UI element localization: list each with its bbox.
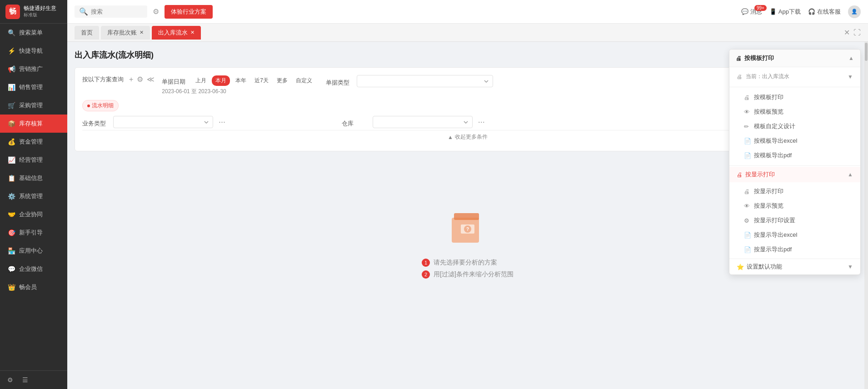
sidebar-item-system[interactable]: ⚙️ 系统管理 xyxy=(0,187,67,205)
dropdown-display-preview-item[interactable]: 👁 按显示预览 xyxy=(729,199,860,213)
operations-nav-icon: 📈 xyxy=(7,156,15,164)
top-header: 🔍 ⚙ 体验行业方案 💬 消息 99+ 📱 App下载 🎧 在线客服 👤 xyxy=(67,0,868,24)
dropdown-display-excel-item[interactable]: 📄 按显示导出excel xyxy=(729,228,860,242)
sidebar-item-finance[interactable]: 💰 资金管理 xyxy=(0,133,67,151)
sidebar-nav: 🔍 搜索菜单 ⚡ 快捷导航 📢 营销推广 📊 销售管理 🛒 采购管理 📦 库存核… xyxy=(0,24,67,370)
tab-flow-close-icon[interactable]: ✕ xyxy=(190,30,195,35)
page-inner: 出入库流水(流水明细) 🖨 按模板打印 ▲ ↑ 导出 ↻ 刷新 xyxy=(67,42,868,389)
sidebar-item-vip-label: 畅会员 xyxy=(19,283,37,291)
dropdown-header-label: 按模板打印 xyxy=(744,54,774,62)
page-header: 出入库流水(流水明细) 🖨 按模板打印 ▲ ↑ 导出 ↻ 刷新 xyxy=(75,49,861,61)
dropdown-display-pdf-item[interactable]: 📄 按显示导出pdf xyxy=(729,242,860,257)
dropdown-set-default-item[interactable]: ⭐ 设置默认功能 ▼ xyxy=(729,259,860,274)
dropdown-template-print-item[interactable]: 🖨 按模板打印 xyxy=(729,90,860,105)
template-design-label: 模板自定义设计 xyxy=(754,122,795,130)
sidebar-item-purchase[interactable]: 🛒 采购管理 xyxy=(0,96,67,115)
svg-text:?: ? xyxy=(466,227,469,232)
app-download-button[interactable]: 📱 App下载 xyxy=(769,8,801,16)
menu-footer-icon[interactable]: ☰ xyxy=(22,376,28,384)
sidebar-item-collab-label: 企业协同 xyxy=(19,210,43,219)
svg-rect-1 xyxy=(454,213,479,220)
sidebar-item-operations[interactable]: 📈 经营管理 xyxy=(0,151,67,169)
dropdown-current-item[interactable]: 🖨 当前：出入库流水 ▼ xyxy=(729,69,860,84)
display-print-icon: 🖨 xyxy=(744,188,750,195)
template-print-label: 按模板打印 xyxy=(754,93,783,101)
dropdown-divider-2 xyxy=(729,165,860,166)
step-2-num: 2 xyxy=(422,270,430,279)
settings-footer-icon[interactable]: ⚙ xyxy=(7,376,13,384)
tab-batch[interactable]: 库存批次账 ✕ xyxy=(101,26,150,40)
dropdown-header: 🖨 按模板打印 ▲ xyxy=(729,50,860,67)
app-logo: 畅 xyxy=(5,5,20,19)
dropdown-display-settings-item[interactable]: ⚙ 按显示打印设置 xyxy=(729,213,860,228)
date-prev-month[interactable]: 上月 xyxy=(193,75,209,86)
sidebar-item-wechat-label: 企业微信 xyxy=(19,265,43,273)
main-content: 🔍 ⚙ 体验行业方案 💬 消息 99+ 📱 App下载 🎧 在线客服 👤 xyxy=(67,0,868,389)
guide-nav-icon: 🎯 xyxy=(7,229,15,236)
template-preview-label: 按模板预览 xyxy=(754,108,783,116)
template-excel-label: 按模板导出excel xyxy=(754,137,797,145)
dropdown-display-print-group[interactable]: 🖨 按显示打印 ▲ xyxy=(729,167,860,182)
warehouse-more-icon[interactable]: ··· xyxy=(476,117,487,127)
filter-tag[interactable]: 流水明细 xyxy=(82,100,119,111)
app-subtitle: 标准版 xyxy=(24,12,56,18)
dropdown-template-design-item[interactable]: ✏ 模板自定义设计 xyxy=(729,119,860,134)
search-nav-icon: 🔍 xyxy=(7,29,15,36)
tab-flow[interactable]: 出入库流水 ✕ xyxy=(152,26,201,40)
date-shortcuts: 上月 本月 本年 近7天 更多 自定义 xyxy=(193,75,315,86)
business-type-select[interactable] xyxy=(113,116,213,128)
tab-home[interactable]: 首页 xyxy=(75,26,99,40)
date-custom[interactable]: 自定义 xyxy=(293,75,315,86)
date-more[interactable]: 更多 xyxy=(274,75,290,86)
trial-button[interactable]: 体验行业方案 xyxy=(165,5,213,19)
sidebar-item-apps[interactable]: 🏪 应用中心 xyxy=(0,242,67,260)
sidebar-item-basic-label: 基础信息 xyxy=(19,174,43,182)
filter-collapse-icon[interactable]: ≪ xyxy=(147,75,155,84)
dropdown-template-preview-item[interactable]: 👁 按模板预览 xyxy=(729,105,860,119)
sidebar-item-inventory[interactable]: 📦 库存核算 xyxy=(0,115,67,133)
sidebar-item-sales[interactable]: 📊 销售管理 xyxy=(0,78,67,96)
header-gear-icon[interactable]: ⚙ xyxy=(153,7,159,16)
page-scrollbar[interactable] xyxy=(864,42,868,389)
dropdown-template-pdf-item[interactable]: 📄 按模板导出pdf xyxy=(729,148,860,163)
business-type-more-icon[interactable]: ··· xyxy=(217,117,227,127)
sidebar-item-shortcuts[interactable]: ⚡ 快捷导航 xyxy=(0,42,67,60)
online-service-button[interactable]: 🎧 在线客服 xyxy=(808,8,841,16)
sidebar-item-wechat[interactable]: 💬 企业微信 xyxy=(0,260,67,278)
display-print-group-icon: 🖨 xyxy=(737,171,743,178)
date-last7[interactable]: 近7天 xyxy=(252,75,271,86)
messages-button[interactable]: 💬 消息 99+ xyxy=(741,8,762,16)
basic-nav-icon: 📋 xyxy=(7,175,15,182)
doc-type-select[interactable] xyxy=(357,75,493,87)
date-current-year[interactable]: 本年 xyxy=(233,75,249,86)
message-icon: 💬 xyxy=(741,8,748,15)
filter-add-icon[interactable]: + xyxy=(129,75,133,84)
window-maximize-icon[interactable]: ⛶ xyxy=(853,29,861,37)
apps-nav-icon: 🏪 xyxy=(7,247,15,254)
header-search[interactable]: 🔍 xyxy=(75,5,147,18)
header-search-input[interactable] xyxy=(91,8,136,15)
sidebar-item-guide[interactable]: 🎯 新手引导 xyxy=(0,224,67,242)
sidebar-item-marketing[interactable]: 📢 营销推广 xyxy=(0,60,67,78)
set-default-label: 设置默认功能 xyxy=(747,263,782,271)
date-current-month[interactable]: 本月 xyxy=(212,75,230,86)
sidebar-item-sales-label: 销售管理 xyxy=(19,83,43,91)
dropdown-display-print-item[interactable]: 🖨 按显示打印 xyxy=(729,184,860,199)
user-avatar[interactable]: 👤 xyxy=(848,5,861,18)
filter-settings-icon[interactable]: ⚙ xyxy=(137,75,143,84)
tab-batch-close-icon[interactable]: ✕ xyxy=(140,30,144,35)
window-close-icon[interactable]: ✕ xyxy=(844,28,850,37)
collapse-label: 收起更多条件 xyxy=(455,133,488,141)
template-pdf-label: 按模板导出pdf xyxy=(754,151,792,160)
display-excel-label: 按显示导出excel xyxy=(754,231,797,239)
sidebar-item-collab[interactable]: 🤝 企业协同 xyxy=(0,205,67,224)
sidebar-item-search[interactable]: 🔍 搜索菜单 xyxy=(0,24,67,42)
header-right: 💬 消息 99+ 📱 App下载 🎧 在线客服 👤 xyxy=(741,5,861,18)
warehouse-select[interactable] xyxy=(373,116,473,128)
dropdown-chevron-up-icon[interactable]: ▲ xyxy=(848,55,854,61)
warehouse-group: 仓库 ··· xyxy=(342,116,594,128)
sidebar-item-vip[interactable]: 👑 畅会员 xyxy=(0,278,67,296)
dropdown-template-excel-item[interactable]: 📄 按模板导出excel xyxy=(729,134,860,148)
sidebar-item-basic[interactable]: 📋 基础信息 xyxy=(0,169,67,187)
set-default-icon: ⭐ xyxy=(737,264,744,270)
